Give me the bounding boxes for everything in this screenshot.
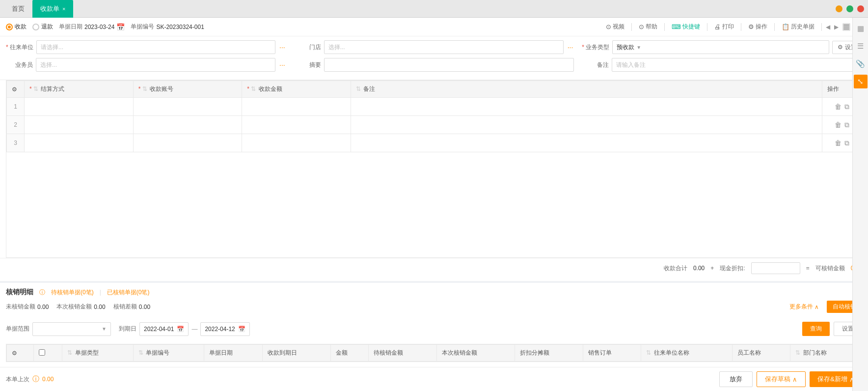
nav-prev-icon[interactable]: ◀ (826, 24, 830, 30)
payment-method-cell-3[interactable] (25, 134, 134, 152)
sort-partner-icon[interactable]: ⇅ (646, 349, 651, 356)
divider-5 (774, 23, 775, 31)
help-icon: ⊙ (639, 23, 644, 30)
sort-account-icon[interactable]: ⇅ (142, 85, 147, 92)
bt-col-sales-order: 销售订单 (583, 345, 641, 362)
query-button[interactable]: 查询 (802, 322, 830, 336)
footer-info: 本单上次 ⓘ 0.00 (6, 375, 54, 384)
partner-input[interactable] (36, 40, 275, 54)
video-button[interactable]: ⊙ 视频 (603, 22, 627, 32)
summary-field: 摘要 (294, 58, 574, 72)
sort-payment-icon[interactable]: ⇅ (33, 85, 38, 92)
salesperson-input[interactable] (36, 58, 275, 72)
footer: 本单上次 ⓘ 0.00 放弃 保存草稿 ∧ 保存&新增 ∧ (0, 367, 868, 391)
history-icon: 📋 (782, 23, 789, 30)
date-to-calendar-icon[interactable]: 📅 (238, 326, 245, 333)
copy-row-2-icon[interactable]: ⧉ (844, 121, 849, 129)
tab-bar: 首页 收款单 × (0, 0, 868, 18)
shop-more-icon[interactable]: ··· (567, 43, 574, 51)
receipt-type-radio: 收款 退款 (6, 23, 53, 31)
sidebar-expand-icon[interactable]: ⤡ (854, 75, 868, 88)
more-conditions-button[interactable]: 更多条件 ∧ (789, 303, 819, 311)
account-cell-3[interactable] (133, 134, 242, 152)
bt-col-check (33, 345, 62, 362)
radio-refund-dot (32, 24, 39, 30)
copy-row-3-icon[interactable]: ⧉ (844, 139, 849, 147)
sidebar-table-icon[interactable]: ▦ (854, 22, 868, 35)
radio-refund[interactable]: 退款 (32, 23, 53, 31)
select-all-checkbox[interactable] (39, 349, 45, 356)
discount-input[interactable] (751, 262, 800, 274)
history-button[interactable]: 📋 历史单据 (779, 22, 817, 32)
note-cell-1[interactable] (351, 98, 822, 116)
footer-info-icon[interactable]: ⓘ (32, 375, 39, 384)
note-input[interactable] (612, 58, 862, 72)
date-from-input[interactable]: 2022-04-01 📅 (139, 322, 189, 336)
bt-col-gear[interactable]: ⚙ (7, 345, 34, 362)
close-button[interactable] (857, 5, 864, 12)
sort-note-icon[interactable]: ⇅ (356, 85, 361, 92)
summary-input[interactable] (324, 58, 574, 72)
operation-button[interactable]: ⚙ 操作 (745, 22, 770, 32)
partner-field: 往来单位 ··· (6, 40, 286, 54)
copy-row-1-icon[interactable]: ⧉ (844, 103, 849, 111)
sort-bill-type-icon[interactable]: ⇅ (67, 349, 72, 356)
sidebar-attachment-icon[interactable]: 📎 (854, 57, 868, 71)
delete-row-2-icon[interactable]: 🗑 (835, 121, 841, 129)
range-select[interactable]: ▼ (32, 322, 111, 336)
toolbar-actions: ⊙ 视频 ⊙ 帮助 ⌨ 快捷键 🖨 打印 ⚙ 操作 (603, 22, 862, 32)
date-from-calendar-icon[interactable]: 📅 (177, 326, 184, 333)
date-to-input[interactable]: 2022-04-12 📅 (200, 322, 249, 336)
abandon-button[interactable]: 放弃 (719, 371, 753, 387)
sort-amount-icon[interactable]: ⇅ (251, 85, 256, 92)
done-tab[interactable]: 已核销单据(0笔) (107, 288, 150, 297)
row-num-1: 1 (7, 98, 25, 116)
payment-method-cell-2[interactable] (25, 116, 134, 134)
shop-input[interactable] (324, 40, 564, 54)
shortcut-button[interactable]: ⌨ 快捷键 (669, 22, 703, 32)
minimize-button[interactable] (836, 5, 842, 12)
more-conditions-chevron-icon: ∧ (814, 304, 819, 310)
save-draft-button[interactable]: 保存草稿 ∧ (757, 371, 806, 387)
amount-cell-1[interactable] (242, 98, 351, 116)
salesperson-more-icon[interactable]: ··· (278, 61, 286, 69)
pending-tab[interactable]: 待核销单据(0笔) (51, 288, 94, 297)
tab-home[interactable]: 首页 (4, 0, 32, 18)
sort-bill-no-icon[interactable]: ⇅ (138, 349, 143, 356)
payment-method-cell-1[interactable] (25, 98, 134, 116)
business-type-dropdown[interactable]: 预收款 ▼ (612, 40, 829, 54)
tab-receipt[interactable]: 收款单 × (32, 0, 73, 18)
settings-gear-icon: ⚙ (838, 44, 843, 51)
sidebar-list-icon[interactable]: ☰ (854, 39, 868, 53)
divider-6 (821, 23, 822, 31)
delete-row-3-icon[interactable]: 🗑 (835, 139, 841, 147)
maximize-button[interactable] (846, 5, 853, 12)
verify-info-icon[interactable]: ⓘ (39, 288, 45, 297)
bt-col-bill-type: ⇅ 单据类型 (62, 345, 134, 362)
shortcut-icon: ⌨ (672, 23, 681, 30)
layout-list-icon[interactable] (842, 23, 850, 31)
tab-close-icon[interactable]: × (62, 6, 65, 12)
amount-cell-2[interactable] (242, 116, 351, 134)
note-cell-2[interactable] (351, 116, 822, 134)
delete-row-1-icon[interactable]: 🗑 (835, 103, 841, 111)
main-table-container: ⚙ * ⇅ 结算方式 * ⇅ 收款账号 * ⇅ 收款金额 (6, 80, 862, 258)
footer-actions: 放弃 保存草稿 ∧ 保存&新增 ∧ (719, 371, 862, 387)
range-chevron-icon: ▼ (102, 326, 107, 332)
bt-col-discount: 折扣分摊额 (515, 345, 583, 362)
account-cell-2[interactable] (133, 116, 242, 134)
col-note: ⇅ 备注 (351, 81, 822, 98)
range-field: 单据范围 ▼ (6, 322, 111, 336)
partner-more-icon[interactable]: ··· (278, 43, 286, 51)
nav-next-icon[interactable]: ▶ (834, 24, 839, 30)
print-button[interactable]: 🖨 打印 (711, 22, 737, 32)
help-button[interactable]: ⊙ 帮助 (636, 22, 660, 32)
note-cell-3[interactable] (351, 134, 822, 152)
account-cell-1[interactable] (133, 98, 242, 116)
date-picker-icon[interactable]: 📅 (116, 23, 125, 31)
amount-cell-3[interactable] (242, 134, 351, 152)
video-icon: ⊙ (606, 23, 611, 30)
radio-receipt[interactable]: 收款 (6, 23, 27, 31)
col-gear[interactable]: ⚙ (7, 81, 25, 98)
sort-dept-icon[interactable]: ⇅ (795, 349, 800, 356)
